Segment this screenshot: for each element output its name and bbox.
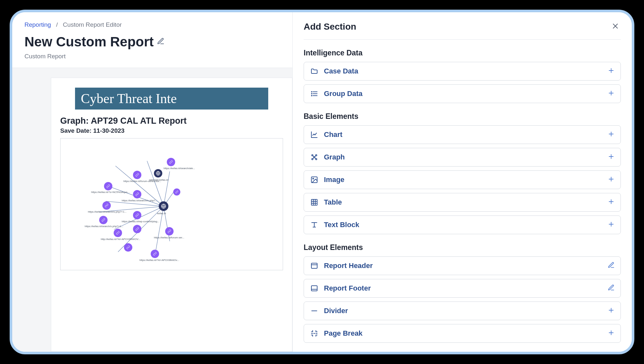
- svg-rect-40: [311, 263, 317, 268]
- graph-node: [114, 229, 122, 237]
- text-icon: [310, 220, 319, 229]
- section-item-label: Chart: [324, 130, 608, 139]
- page-subtitle: Custom Report: [24, 53, 280, 60]
- node-label: https://kefas.id/forum-series/sur...: [123, 180, 161, 183]
- plus-icon[interactable]: [608, 90, 615, 98]
- graph-node: [133, 190, 141, 198]
- plus-icon[interactable]: [608, 307, 615, 315]
- svg-point-9: [311, 91, 312, 92]
- section-item-label: Graph: [324, 153, 608, 161]
- section-item-label: Report Footer: [324, 284, 608, 292]
- svg-point-10: [311, 93, 312, 94]
- node-label: https://kefas.id/search/s.php?=1...: [88, 210, 127, 213]
- graph-box: kefas.id webmail.kefas.id https://kefas.…: [60, 138, 283, 270]
- svg-line-21: [313, 156, 314, 157]
- table-icon: [310, 198, 319, 207]
- pagebreak-icon: [310, 329, 319, 338]
- node-label: https://kefas.id/?s=NC5%3Aqus...: [91, 191, 129, 194]
- graph-section-title: Graph: APT29 CAL ATL Report: [60, 116, 283, 126]
- section-group: Basic ElementsChartGraphImageTableText B…: [304, 112, 621, 234]
- section-item-label: Page Break: [324, 329, 608, 338]
- node-label: https://kefas.id/wp-content/plug...: [122, 220, 159, 223]
- section-item-page-break[interactable]: Page Break: [304, 324, 621, 343]
- svg-line-24: [315, 158, 316, 159]
- section-item-report-footer[interactable]: Report Footer: [304, 279, 621, 298]
- plus-icon[interactable]: [608, 130, 615, 139]
- page-title: New Custom Report: [24, 34, 154, 50]
- section-item-text-block[interactable]: Text Block: [304, 216, 621, 234]
- close-panel-button[interactable]: [610, 21, 621, 33]
- plus-icon[interactable]: [608, 329, 615, 338]
- header-icon: [310, 261, 319, 270]
- section-item-label: Divider: [324, 307, 608, 315]
- section-group: Layout ElementsReport HeaderReport Foote…: [304, 243, 621, 343]
- svg-point-11: [311, 95, 312, 96]
- editor-left-pane: Reporting / Custom Report Editor New Cus…: [12, 12, 292, 352]
- graph-node: [124, 243, 132, 252]
- graph-node: [165, 227, 174, 235]
- section-heading: Intelligence Data: [304, 49, 621, 57]
- graph-node: [151, 250, 159, 258]
- node-label: http://kefas.id/?id=APOX8NWOV...: [101, 238, 140, 241]
- breadcrumb-root-link[interactable]: Reporting: [24, 21, 51, 28]
- svg-rect-42: [311, 286, 317, 291]
- app-frame: Reporting / Custom Report Editor New Cus…: [10, 10, 634, 354]
- breadcrumb: Reporting / Custom Report Editor: [12, 12, 292, 31]
- breadcrumb-current: Custom Report Editor: [63, 21, 122, 28]
- section-item-report-header[interactable]: Report Header: [304, 256, 621, 275]
- graph-node: [167, 158, 175, 166]
- center-node-label: kefas.id: [157, 212, 166, 215]
- chart-icon: [310, 130, 319, 139]
- section-item-case-data[interactable]: Case Data: [304, 62, 621, 81]
- panel-groups: Intelligence DataCase DataGroup DataBasi…: [304, 40, 621, 347]
- plus-icon[interactable]: [608, 221, 615, 229]
- graph-node: [133, 211, 141, 219]
- node-label: https://kefas.id/forum-ser...: [154, 236, 184, 239]
- section-item-graph[interactable]: Graph: [304, 148, 621, 167]
- section-item-label: Text Block: [324, 221, 608, 229]
- section-item-divider[interactable]: Divider: [304, 302, 621, 320]
- section-item-label: Image: [324, 176, 608, 184]
- section-item-label: Report Header: [324, 262, 608, 270]
- image-icon: [310, 175, 319, 184]
- panel-title: Add Section: [304, 22, 356, 32]
- list-icon: [310, 89, 319, 98]
- graph-center-node: [159, 201, 168, 211]
- graph-icon: [310, 153, 319, 162]
- graph-node: [173, 188, 180, 196]
- report-banner: Cyber Threat Inte: [75, 88, 268, 110]
- svg-point-28: [313, 178, 314, 179]
- edit-icon[interactable]: [608, 262, 615, 270]
- canvas-area: Cyber Threat Inte Graph: APT29 CAL ATL R…: [12, 68, 292, 352]
- edit-icon[interactable]: [608, 284, 615, 292]
- graph-node: [102, 201, 111, 210]
- node-label: https://kefas.id/?id=APOX8MdOv...: [139, 259, 179, 262]
- section-item-chart[interactable]: Chart: [304, 125, 621, 144]
- svg-line-23: [313, 158, 314, 159]
- folder-icon: [310, 67, 319, 76]
- add-section-panel: Add Section Intelligence DataCase DataGr…: [292, 12, 632, 352]
- plus-icon[interactable]: [608, 153, 615, 161]
- section-heading: Layout Elements: [304, 243, 621, 252]
- plus-icon[interactable]: [608, 198, 615, 206]
- node-label: https://kefas.id/search/s.php?...: [122, 199, 157, 202]
- graph-node: [99, 216, 108, 224]
- node-label: https://kefas.id/search/s.php?=1...: [85, 225, 123, 228]
- graph-save-date: Save Date: 11-30-2023: [60, 127, 283, 134]
- report-page-preview: Cyber Threat Inte Graph: APT29 CAL ATL R…: [51, 78, 292, 352]
- edit-title-icon[interactable]: [157, 37, 165, 46]
- section-item-group-data[interactable]: Group Data: [304, 84, 621, 103]
- section-item-image[interactable]: Image: [304, 170, 621, 189]
- plus-icon[interactable]: [608, 67, 615, 75]
- node-label: https://kefas.id/search/ate...: [164, 167, 195, 170]
- section-item-label: Case Data: [324, 67, 608, 75]
- section-item-table[interactable]: Table: [304, 193, 621, 212]
- graph-top-node: [154, 169, 162, 177]
- graph-node: [104, 182, 112, 190]
- section-heading: Basic Elements: [304, 112, 621, 121]
- footer-icon: [310, 284, 319, 293]
- svg-rect-31: [311, 199, 317, 205]
- breadcrumb-sep: [53, 21, 56, 28]
- plus-icon[interactable]: [608, 176, 615, 184]
- graph-node: [133, 171, 141, 179]
